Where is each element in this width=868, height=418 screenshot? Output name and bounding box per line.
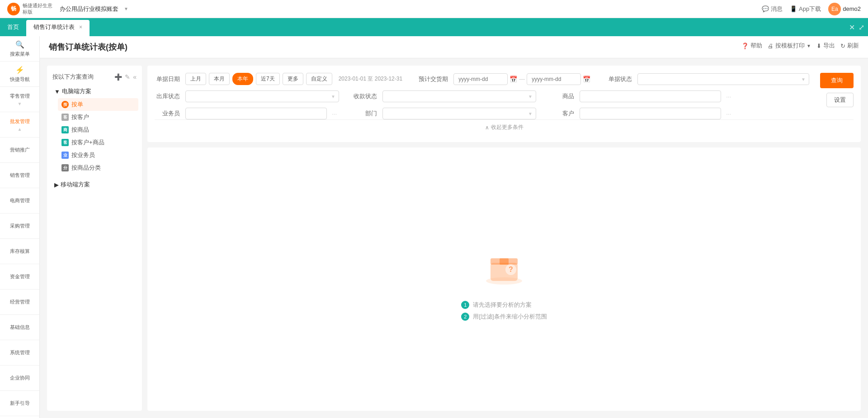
empty-svg: ? [477,238,531,292]
date-label: 单据日期 [155,75,180,83]
sidebar-item-retail[interactable]: 零售管理 ▼ [0,87,39,112]
department-select[interactable] [382,108,536,119]
print-btn[interactable]: 🖨 按模板打印 ▼ [768,42,811,50]
date-btn-more[interactable]: 更多 [283,73,303,85]
export-label: 导出 [823,42,835,50]
help-label: 帮助 [750,42,762,50]
customer-dots[interactable]: ··· [724,108,733,119]
sidebar-item-inventory[interactable]: 库存核算 [0,239,39,264]
tree-mobile-arrow: ▶ [54,181,59,188]
app-dropdown-arrow[interactable]: ▼ [124,6,128,11]
filter-row-1: 单据日期 上月 本月 本年 近7天 更多 自定义 2023-01-01 至 20… [155,73,809,85]
top-bar: 畅 畅捷通好生意 标版 办公用品行业模拟账套 ▼ 💬 消息 📱 App下载 Ea… [0,0,868,18]
tab-close-btn[interactable]: ✕ [849,23,855,32]
date-range-text: 2023-01-01 至 2023-12-31 [339,75,402,83]
sidebar-item-system[interactable]: 系统管理 [0,340,39,366]
refresh-label: 刷新 [847,42,859,50]
tab-home[interactable]: 首页 [0,18,26,36]
empty-step-2: 2 用[过滤]条件来缩小分析范围 [461,313,547,321]
tree-child-按商品[interactable]: 商 按商品 [58,124,138,136]
scheme-icon-按客户: 客 [61,114,69,121]
product-input[interactable] [580,90,721,102]
sidebar-item-appstore[interactable]: 应用中心 [0,416,39,418]
sidebar-nav-label: 快捷导航 [10,76,30,83]
sidebar-item-marketing[interactable]: 营销推广 [0,138,39,163]
scheme-icon-按客户商品: 客 [61,139,69,146]
tab-expand-btn[interactable]: ⤢ [859,23,864,32]
payment-select[interactable] [382,90,536,102]
message-label: 消息 [771,5,783,13]
collapse-more-btn[interactable]: ∧ 收起更多条件 [485,124,524,131]
delivery-select-wrapper: ▼ [185,90,339,102]
tab-close-icon[interactable]: × [79,24,82,30]
tree-parent-pc[interactable]: ▼ 电脑端方案 [51,85,138,98]
collapse-bar: ∧ 收起更多条件 [155,119,854,135]
sidebar-item-operations[interactable]: 经营管理 [0,290,39,315]
home-tab-label: 首页 [7,23,19,31]
sidebar-item-basic[interactable]: 基础信息 [0,315,39,340]
message-action[interactable]: 💬 消息 [762,5,783,13]
logo-text: 畅捷通好生意 标版 [23,3,52,14]
right-panel: 单据日期 上月 本月 本年 近7天 更多 自定义 2023-01-01 至 20… [147,66,861,411]
date-btn-last-month[interactable]: 上月 [185,73,206,85]
export-btn[interactable]: ⬇ 导出 [816,42,835,50]
tree-child-按业务员[interactable]: 业 按业务员 [58,149,138,162]
tree-parent-mobile[interactable]: ▶ 移动端方案 [51,178,138,191]
tree-child-按客户商品[interactable]: 客 按客户+商品 [58,136,138,149]
nav-icon: ⚡ [15,66,24,74]
scheme-icon-按商品: 商 [61,126,69,133]
sidebar-item-nav[interactable]: ⚡ 快捷导航 [0,62,39,87]
tree-section: ▼ 电脑端方案 按 按单 客 按客户 商 [47,85,142,191]
date-filter-group: 上月 本月 本年 近7天 更多 自定义 2023-01-01 至 2023-12… [185,73,402,85]
add-scheme-btn[interactable]: ➕ [114,73,122,81]
status-select[interactable] [637,73,809,85]
sidebar-search-label: 搜索菜单 [10,51,30,57]
sidebar-item-ecommerce[interactable]: 电商管理 [0,188,39,214]
expected-date-from[interactable] [453,73,508,85]
cal-icon-from[interactable]: 📅 [509,76,517,83]
tree-child-按单[interactable]: 按 按单 [58,98,138,111]
cal-icon-to[interactable]: 📅 [583,76,590,83]
department-select-wrapper: ▼ [382,108,536,119]
expected-date-to[interactable] [527,73,581,85]
scheme-icon-按商品分类: 分 [61,164,69,171]
edit-scheme-btn[interactable]: ✎ [125,73,130,81]
sidebar-item-wholesale[interactable]: 批发管理 ▲ [0,112,39,138]
date-btn-7days[interactable]: 近7天 [256,73,280,85]
refresh-btn[interactable]: ↻ 刷新 [840,42,859,50]
scheme-icon-按单: 按 [61,101,69,108]
product-dots[interactable]: ··· [724,91,733,102]
salesman-input[interactable] [185,108,327,119]
date-btn-this-month[interactable]: 本月 [209,73,230,85]
sidebar-item-sales[interactable]: 销售管理 [0,163,39,188]
app-download-action[interactable]: 📱 App下载 [790,5,821,13]
sidebar-item-enterprise[interactable]: 企业协同 [0,366,39,391]
tree-child-按客户[interactable]: 客 按客户 [58,111,138,124]
left-panel-icons: ➕ ✎ « [114,73,137,81]
collapse-panel-btn[interactable]: « [133,73,137,81]
tree-child-按商品分类[interactable]: 分 按商品分类 [58,162,138,174]
user-area[interactable]: Ea demo2 [828,3,861,15]
tab-active[interactable]: 销售订单统计表 × [26,20,90,36]
sidebar: 🔍 搜索菜单 ⚡ 快捷导航 零售管理 ▼ 批发管理 ▲ 营销推广 销售管理 电商… [0,36,40,418]
sidebar-item-finance[interactable]: 资金管理 [0,264,39,290]
sidebar-item-purchase[interactable]: 采购管理 [0,214,39,239]
collapse-up-icon: ∧ [485,124,489,131]
left-panel-title: 按以下方案查询 [52,73,94,81]
settings-button[interactable]: 设置 [826,93,854,107]
delivery-select[interactable] [185,90,339,102]
help-btn[interactable]: ❓ 帮助 [741,42,762,50]
sidebar-item-search[interactable]: 🔍 搜索菜单 [0,36,39,62]
message-icon: 💬 [762,5,769,12]
query-button[interactable]: 查询 [820,73,854,88]
date-btn-custom[interactable]: 自定义 [306,73,332,85]
customer-label: 客户 [549,109,574,118]
svg-rect-3 [500,258,509,265]
tab-bar-actions: ✕ ⤢ [849,23,864,32]
customer-input[interactable] [580,108,721,119]
empty-illustration: ? [477,238,531,294]
salesman-dots[interactable]: ··· [330,108,339,119]
sidebar-item-newbie[interactable]: 新手引导 [0,391,39,416]
date-btn-this-year[interactable]: 本年 [232,73,253,85]
main-layout: 🔍 搜索菜单 ⚡ 快捷导航 零售管理 ▼ 批发管理 ▲ 营销推广 销售管理 电商… [0,36,868,418]
